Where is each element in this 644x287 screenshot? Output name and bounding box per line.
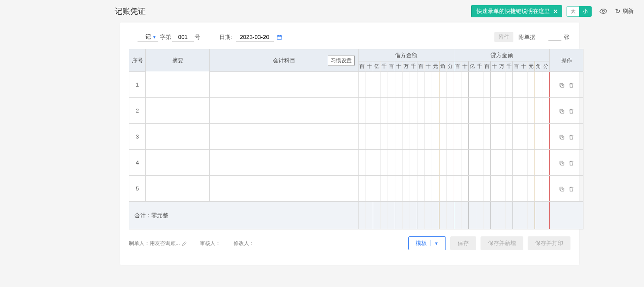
amount-digit-cell[interactable] [366, 150, 373, 176]
amount-digit-cell[interactable] [403, 176, 410, 202]
amount-digit-cell[interactable] [461, 176, 469, 202]
amount-digit-cell[interactable] [432, 150, 439, 176]
amount-digit-cell[interactable] [476, 124, 484, 150]
amount-digit-cell[interactable] [491, 176, 498, 202]
amount-digit-cell[interactable] [542, 98, 550, 124]
amount-digit-cell[interactable] [528, 98, 535, 124]
amount-digit-cell[interactable] [535, 150, 542, 176]
summary-cell[interactable] [146, 72, 210, 98]
amount-digit-cell[interactable] [513, 124, 520, 150]
amount-digit-cell[interactable] [528, 72, 535, 98]
amount-digit-cell[interactable] [461, 72, 469, 98]
account-cell[interactable] [210, 124, 359, 150]
amount-digit-cell[interactable] [528, 150, 535, 176]
template-button[interactable]: 模板▼ [408, 236, 446, 250]
amount-digit-cell[interactable] [506, 124, 513, 150]
amount-digit-cell[interactable] [498, 124, 506, 150]
amount-digit-cell[interactable] [439, 150, 447, 176]
amount-digit-cell[interactable] [476, 72, 484, 98]
amount-digit-cell[interactable] [498, 72, 506, 98]
calendar-icon[interactable] [276, 34, 282, 41]
amount-digit-cell[interactable] [447, 124, 454, 150]
amount-digit-cell[interactable] [484, 176, 491, 202]
amount-digit-cell[interactable] [373, 150, 381, 176]
amount-digit-cell[interactable] [513, 72, 520, 98]
delete-row-icon[interactable] [568, 81, 574, 88]
amount-digit-cell[interactable] [520, 150, 528, 176]
copy-row-icon[interactable] [559, 159, 565, 166]
amount-digit-cell[interactable] [461, 124, 469, 150]
amount-digit-cell[interactable] [484, 72, 491, 98]
amount-digit-cell[interactable] [395, 72, 403, 98]
account-cell[interactable] [210, 98, 359, 124]
amount-digit-cell[interactable] [388, 150, 395, 176]
amount-digit-cell[interactable] [403, 72, 410, 98]
amount-digit-cell[interactable] [432, 98, 439, 124]
save-and-new-button[interactable]: 保存并新增 [481, 236, 523, 250]
amount-digit-cell[interactable] [513, 176, 520, 202]
amount-digit-cell[interactable] [381, 150, 388, 176]
attachment-button[interactable]: 附件 [494, 32, 513, 42]
amount-digit-cell[interactable] [447, 98, 454, 124]
refresh-button[interactable]: ↻ 刷新 [615, 7, 634, 15]
amount-digit-cell[interactable] [373, 124, 381, 150]
copy-row-icon[interactable] [559, 133, 565, 140]
amount-digit-cell[interactable] [484, 124, 491, 150]
amount-digit-cell[interactable] [410, 72, 417, 98]
amount-digit-cell[interactable] [359, 150, 366, 176]
amount-digit-cell[interactable] [388, 72, 395, 98]
amount-digit-cell[interactable] [476, 150, 484, 176]
amount-digit-cell[interactable] [528, 124, 535, 150]
amount-digit-cell[interactable] [469, 98, 476, 124]
edit-maker-icon[interactable] [182, 240, 187, 246]
tip-close-icon[interactable]: ✕ [553, 8, 558, 15]
size-big-button[interactable]: 大 [567, 6, 579, 16]
amount-digit-cell[interactable] [454, 98, 461, 124]
amount-digit-cell[interactable] [366, 98, 373, 124]
copy-row-icon[interactable] [559, 107, 565, 114]
amount-digit-cell[interactable] [410, 176, 417, 202]
amount-digit-cell[interactable] [417, 176, 425, 202]
chevron-down-icon[interactable]: ▼ [152, 35, 157, 39]
voucher-number-input[interactable] [172, 33, 194, 42]
amount-digit-cell[interactable] [520, 124, 528, 150]
amount-digit-cell[interactable] [469, 176, 476, 202]
size-small-button[interactable]: 小 [579, 6, 591, 16]
account-cell[interactable] [210, 176, 359, 202]
amount-digit-cell[interactable] [373, 176, 381, 202]
amount-digit-cell[interactable] [469, 72, 476, 98]
amount-digit-cell[interactable] [476, 176, 484, 202]
copy-row-icon[interactable] [559, 185, 565, 192]
amount-digit-cell[interactable] [425, 72, 432, 98]
delete-row-icon[interactable] [568, 185, 574, 192]
sheet-count-input[interactable] [548, 34, 561, 41]
summary-cell[interactable] [146, 98, 210, 124]
summary-input[interactable] [146, 71, 209, 97]
amount-digit-cell[interactable] [454, 176, 461, 202]
delete-row-icon[interactable] [568, 107, 574, 114]
amount-digit-cell[interactable] [432, 72, 439, 98]
amount-digit-cell[interactable] [359, 124, 366, 150]
amount-digit-cell[interactable] [461, 150, 469, 176]
amount-digit-cell[interactable] [491, 98, 498, 124]
amount-digit-cell[interactable] [388, 124, 395, 150]
amount-digit-cell[interactable] [513, 98, 520, 124]
amount-digit-cell[interactable] [469, 124, 476, 150]
amount-digit-cell[interactable] [410, 124, 417, 150]
habit-settings-button[interactable]: 习惯设置 [328, 55, 355, 65]
amount-digit-cell[interactable] [542, 176, 550, 202]
amount-digit-cell[interactable] [520, 72, 528, 98]
amount-digit-cell[interactable] [425, 176, 432, 202]
amount-digit-cell[interactable] [432, 124, 439, 150]
amount-digit-cell[interactable] [439, 98, 447, 124]
amount-digit-cell[interactable] [381, 176, 388, 202]
amount-digit-cell[interactable] [366, 176, 373, 202]
amount-digit-cell[interactable] [425, 150, 432, 176]
amount-digit-cell[interactable] [417, 124, 425, 150]
amount-digit-cell[interactable] [461, 98, 469, 124]
save-and-print-button[interactable]: 保存并打印 [528, 236, 570, 250]
amount-digit-cell[interactable] [395, 98, 403, 124]
amount-digit-cell[interactable] [359, 72, 366, 98]
amount-digit-cell[interactable] [469, 150, 476, 176]
amount-digit-cell[interactable] [498, 176, 506, 202]
